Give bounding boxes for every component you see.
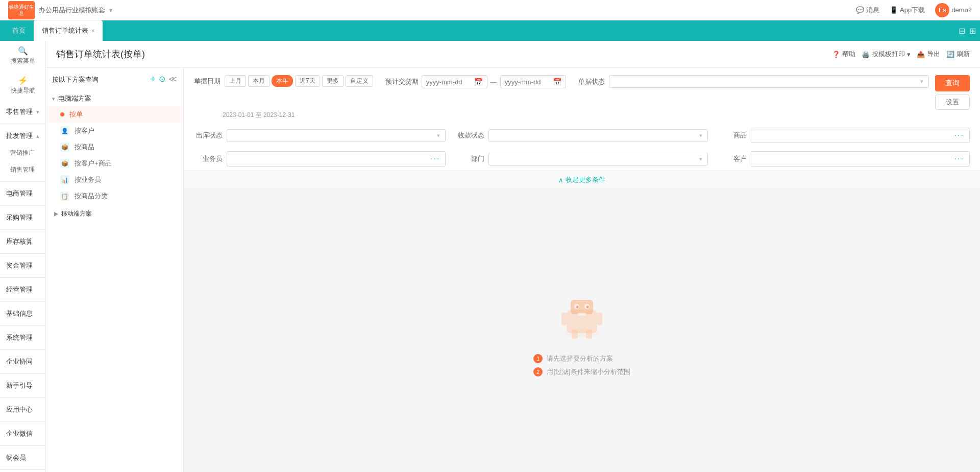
date-last-month-btn[interactable]: 上月 <box>225 75 246 87</box>
ship-status-arrow: ▾ <box>437 132 440 139</box>
scheme-item-by-order[interactable]: 按单 <box>46 106 183 123</box>
sidebar-subitem-sales[interactable]: 销售管理 <box>0 161 45 178</box>
scheme-panel-header: 按以下方案查询 + ⊙ ≪ <box>46 74 183 89</box>
sidebar-item-system[interactable]: 系统管理 <box>0 329 45 346</box>
predicted-date-start[interactable]: 📅 <box>422 75 487 88</box>
topbar: 畅捷通好生意 办公用品行业模拟账套 ▾ 💬 消息 📱 App下载 Ea demo… <box>0 0 980 20</box>
sidebar-item-appcenter[interactable]: 应用中心 <box>0 401 45 418</box>
date-more-btn[interactable]: 更多 <box>322 75 344 87</box>
filter-predicted-date: 预计交货期 📅 — 📅 <box>385 75 566 88</box>
topbar-left: 畅捷通好生意 办公用品行业模拟账套 ▾ <box>8 1 112 19</box>
filter-area: 单据日期 上月 本月 本年 近7天 更多 自定义 <box>184 68 980 188</box>
app-download-button[interactable]: 📱 App下载 <box>890 6 925 15</box>
customer-select[interactable]: ··· <box>751 151 970 167</box>
scheme-item-by-customer-goods[interactable]: 📦 按客户+商品 <box>46 155 183 172</box>
tab-home[interactable]: 首页 <box>4 20 34 41</box>
scheme-item-by-goods-category[interactable]: 📋 按商品分类 <box>46 188 183 204</box>
settings-button[interactable]: 设置 <box>935 95 970 110</box>
page-header: 销售订单统计表(按单) ❓ 帮助 🖨️ 按模板打印 ▾ 📤 导出 🔄 刷新 <box>46 41 980 68</box>
scheme-collapse-button[interactable]: ≪ <box>168 74 177 85</box>
sidebar-item-wechat[interactable]: 企业微信 <box>0 425 45 442</box>
customer-dots: ··· <box>954 154 964 163</box>
msg-button[interactable]: 💬 消息 <box>856 6 879 15</box>
nav-tabs: 首页 销售订单统计表 × ⊟ ⊞ <box>0 20 980 41</box>
avatar: Ea <box>935 3 949 17</box>
sidebar-item-member[interactable]: 畅会员 <box>0 449 45 466</box>
sidebar-item-ecommerce[interactable]: 电商管理 <box>0 185 45 202</box>
print-button[interactable]: 🖨️ 按模板打印 ▾ <box>862 50 911 59</box>
goods-select[interactable]: ··· <box>751 128 970 143</box>
refresh-button[interactable]: 🔄 刷新 <box>946 50 970 59</box>
hint-num-1: 1 <box>533 354 543 363</box>
sidebar-item-newbie[interactable]: 新手引导 <box>0 377 45 394</box>
receipt-status-arrow: ▾ <box>699 132 702 139</box>
svg-rect-10 <box>572 329 578 339</box>
action-buttons: 查询 设置 <box>935 75 970 110</box>
date-custom-btn[interactable]: 自定义 <box>346 75 373 87</box>
scheme-desktop-group-title[interactable]: ▾ 电脑端方案 <box>46 91 183 106</box>
svg-rect-9 <box>597 313 602 325</box>
sidebar-item-finance[interactable]: 资金管理 <box>0 257 45 274</box>
sidebar-section-corp: 企业协同 <box>0 350 45 374</box>
sidebar-section-system: 系统管理 <box>0 326 45 350</box>
sidebar-item-corp[interactable]: 企业协同 <box>0 353 45 370</box>
ship-status-select[interactable]: ▾ <box>227 129 446 142</box>
sidebar-item-quicknav[interactable]: ⚡ 快捷导航 <box>0 70 45 100</box>
sidebar-item-wholesale[interactable]: 批发管理 ▴ <box>0 127 45 145</box>
scheme-item-by-goods[interactable]: 📦 按商品 <box>46 139 183 155</box>
filter-customer: 客户 ··· <box>718 151 970 167</box>
maximize-icon[interactable]: ⊞ <box>969 26 976 36</box>
predicted-date-end-input[interactable] <box>505 78 551 86</box>
empty-hint-1: 1 请先选择要分析的方案 <box>533 354 630 363</box>
ship-status-label: 出库状态 <box>194 131 223 140</box>
sidebar-section-finance: 资金管理 <box>0 254 45 278</box>
help-icon: ❓ <box>832 51 840 58</box>
collapse-button[interactable]: ∧ 收起更多条件 <box>184 171 980 188</box>
date-7days-btn[interactable]: 近7天 <box>295 75 320 87</box>
date-this-month-btn[interactable]: 本月 <box>248 75 270 87</box>
sidebar-item-search[interactable]: 🔍 搜索菜单 <box>0 41 45 70</box>
tab-sales-order-stats[interactable]: 销售订单统计表 × <box>34 20 103 41</box>
scheme-item-by-salesman[interactable]: 📊 按业务员 <box>46 172 183 188</box>
predicted-date-end[interactable]: 📅 <box>500 75 566 88</box>
sidebar-section-ecommerce: 电商管理 <box>0 182 45 206</box>
receipt-status-select[interactable]: ▾ <box>488 129 707 142</box>
sidebar-item-purchase[interactable]: 采购管理 <box>0 209 45 226</box>
sidebar-section-basic: 基础信息 <box>0 302 45 326</box>
scheme-settings-button[interactable]: ⊙ <box>159 74 165 85</box>
goods-label: 商品 <box>718 131 747 140</box>
calendar-start-icon: 📅 <box>474 78 483 86</box>
dept-select[interactable]: ▾ <box>488 153 707 166</box>
sidebar-item-retail[interactable]: 零售管理 ▾ <box>0 103 45 121</box>
sidebar-subitem-marketing[interactable]: 营销推广 <box>0 145 45 161</box>
help-button[interactable]: ❓ 帮助 <box>832 50 855 59</box>
filter-goods: 商品 ··· <box>718 128 970 143</box>
empty-illustration <box>551 285 612 346</box>
app-dropdown-arrow[interactable]: ▾ <box>109 7 112 14</box>
minimize-icon[interactable]: ⊟ <box>959 26 965 36</box>
sidebar-item-basic[interactable]: 基础信息 <box>0 305 45 322</box>
search-button[interactable]: 查询 <box>935 75 970 91</box>
predicted-date-start-input[interactable] <box>426 78 472 86</box>
export-button[interactable]: 📤 导出 <box>917 50 940 59</box>
content: 销售订单统计表(按单) ❓ 帮助 🖨️ 按模板打印 ▾ 📤 导出 🔄 刷新 <box>46 41 980 472</box>
customer-goods-scheme-icon: 📦 <box>60 159 69 168</box>
scheme-mobile-group-title[interactable]: ▶ 移动端方案 <box>46 206 183 221</box>
sidebar-section-appcenter: 应用中心 <box>0 398 45 422</box>
user-menu[interactable]: Ea demo2 <box>935 3 972 17</box>
scheme-add-button[interactable]: + <box>150 74 156 85</box>
sidebar-section-retail: 零售管理 ▾ <box>0 100 45 124</box>
sales-rep-select[interactable]: ··· <box>227 151 446 167</box>
scheme-desktop-group: ▾ 电脑端方案 按单 👤 按客户 📦 按商品 <box>46 91 183 204</box>
status-select[interactable]: ▾ <box>609 75 929 88</box>
date-separator: — <box>491 78 497 86</box>
customer-label: 客户 <box>718 154 747 163</box>
scheme-item-by-customer[interactable]: 👤 按客户 <box>46 123 183 139</box>
tab-close-button[interactable]: × <box>91 28 94 34</box>
empty-state: 1 请先选择要分析的方案 2 用[过滤]条件来缩小分析范围 <box>184 188 980 472</box>
date-this-year-btn[interactable]: 本年 <box>272 75 293 87</box>
filter-row-3: 业务员 ··· 部门 ▾ <box>184 147 980 171</box>
status-select-arrow: ▾ <box>920 78 923 85</box>
sidebar-item-inventory[interactable]: 库存核算 <box>0 233 45 250</box>
sidebar-item-operation[interactable]: 经营管理 <box>0 281 45 298</box>
